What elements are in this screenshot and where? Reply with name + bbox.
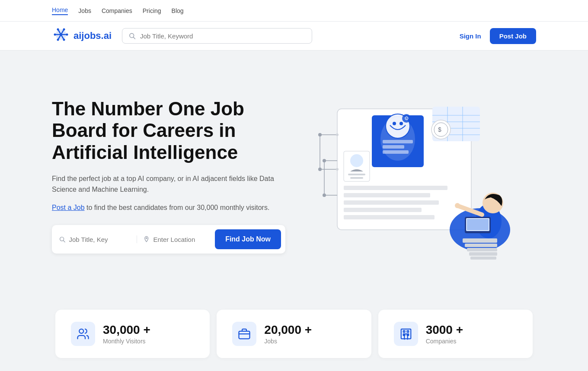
stat-label-companies: Companies <box>426 338 463 345</box>
stat-number-jobs: 20,000 + <box>264 323 312 337</box>
stat-number-visitors: 30,000 + <box>103 323 150 337</box>
top-navigation: Home Jobs Companies Pricing Blog <box>0 0 588 22</box>
briefcase-icon <box>238 327 251 340</box>
hero-section: The Number One Job Board for Careers in … <box>0 51 588 292</box>
svg-rect-71 <box>467 219 489 230</box>
hero-search-box: Find Job Now <box>52 225 285 254</box>
svg-point-28 <box>323 159 326 162</box>
svg-point-8 <box>57 29 59 31</box>
nav-jobs[interactable]: Jobs <box>78 7 91 14</box>
svg-point-18 <box>146 238 147 239</box>
stat-icon-wrap-jobs <box>232 322 256 346</box>
post-a-job-link[interactable]: Post a Job <box>52 204 85 211</box>
svg-rect-57 <box>344 186 447 190</box>
users-icon <box>77 327 89 340</box>
svg-rect-81 <box>407 331 409 333</box>
hero-cta-desc: Post a Job to find the best candidates f… <box>52 202 294 213</box>
hero-illustration-svg: ⚙ $ <box>311 83 519 269</box>
svg-point-10 <box>66 34 68 36</box>
search-icon <box>128 32 136 40</box>
hero-description: Find the perfect job at a top AI company… <box>52 173 294 195</box>
stat-card-visitors: 30,000 + Monthly Visitors <box>55 310 210 358</box>
logo-link[interactable]: aijobs.ai <box>52 27 112 45</box>
logo-text: aijobs.ai <box>74 30 112 41</box>
stat-icon-wrap-visitors <box>71 322 95 346</box>
header-actions: Sign In Post Job <box>460 28 536 44</box>
hero-illustration: ⚙ $ <box>294 81 536 271</box>
logo-icon <box>52 27 70 45</box>
stat-info-companies: 3000 + Companies <box>426 323 463 345</box>
sign-in-button[interactable]: Sign In <box>460 32 481 40</box>
svg-point-37 <box>399 122 403 125</box>
svg-line-17 <box>64 241 65 242</box>
header-search-bar[interactable] <box>122 28 312 44</box>
hero-location-field <box>143 235 215 243</box>
svg-rect-41 <box>383 145 404 149</box>
hero-desc-rest: to find the best candidates from our 30,… <box>85 204 270 211</box>
svg-rect-61 <box>344 215 435 219</box>
building-icon <box>399 327 412 340</box>
stat-label-visitors: Monthly Visitors <box>103 338 150 345</box>
svg-point-44 <box>350 154 363 167</box>
svg-rect-60 <box>344 208 422 212</box>
stat-card-jobs: 20,000 + Jobs <box>217 310 371 358</box>
svg-point-31 <box>336 168 339 171</box>
svg-rect-40 <box>383 140 413 143</box>
svg-line-15 <box>134 37 135 39</box>
find-job-button[interactable]: Find Job Now <box>215 229 281 249</box>
location-icon <box>143 235 150 243</box>
post-job-button[interactable]: Post Job <box>490 28 536 44</box>
svg-point-12 <box>57 39 59 41</box>
svg-rect-59 <box>344 200 439 205</box>
nav-home[interactable]: Home <box>52 6 68 15</box>
stat-number-companies: 3000 + <box>426 323 463 337</box>
nav-blog[interactable]: Blog <box>172 7 184 14</box>
svg-point-74 <box>455 203 460 208</box>
hero-job-search-field <box>59 235 137 243</box>
svg-point-75 <box>79 329 83 333</box>
svg-point-13 <box>54 34 56 36</box>
hero-content: The Number One Job Board for Careers in … <box>52 98 294 254</box>
svg-rect-64 <box>465 244 497 247</box>
svg-point-27 <box>318 168 322 171</box>
hero-job-input[interactable] <box>69 236 131 243</box>
nav-pricing[interactable]: Pricing <box>143 7 161 14</box>
svg-point-26 <box>318 133 322 136</box>
hero-title: The Number One Job Board for Careers in … <box>52 98 294 164</box>
svg-rect-42 <box>383 150 409 154</box>
stat-card-companies: 3000 + Companies <box>378 310 533 358</box>
svg-point-11 <box>63 39 65 41</box>
svg-rect-65 <box>467 248 497 251</box>
svg-rect-66 <box>469 252 497 256</box>
svg-point-9 <box>63 29 65 31</box>
svg-rect-63 <box>463 238 497 243</box>
header-search-input[interactable] <box>140 32 306 40</box>
svg-point-36 <box>393 122 396 125</box>
stat-label-jobs: Jobs <box>264 338 312 345</box>
svg-rect-76 <box>239 331 250 339</box>
stat-icon-wrap-companies <box>394 322 418 346</box>
hero-location-input[interactable] <box>153 236 215 243</box>
svg-text:⚙: ⚙ <box>404 115 409 121</box>
svg-rect-58 <box>344 193 430 197</box>
svg-rect-67 <box>470 257 496 260</box>
svg-rect-46 <box>350 177 363 179</box>
svg-rect-80 <box>403 331 405 333</box>
site-header: aijobs.ai Sign In Post Job <box>0 22 588 51</box>
stat-info-visitors: 30,000 + Monthly Visitors <box>103 323 150 345</box>
stat-info-jobs: 20,000 + Jobs <box>264 323 312 345</box>
nav-companies[interactable]: Companies <box>102 7 132 14</box>
search-icon <box>59 235 65 243</box>
svg-text:$: $ <box>438 126 441 133</box>
svg-point-29 <box>323 193 326 197</box>
svg-point-30 <box>336 133 339 136</box>
stats-section: 30,000 + Monthly Visitors 20,000 + Jobs <box>0 292 588 367</box>
svg-point-7 <box>60 33 62 36</box>
svg-rect-45 <box>348 174 365 175</box>
